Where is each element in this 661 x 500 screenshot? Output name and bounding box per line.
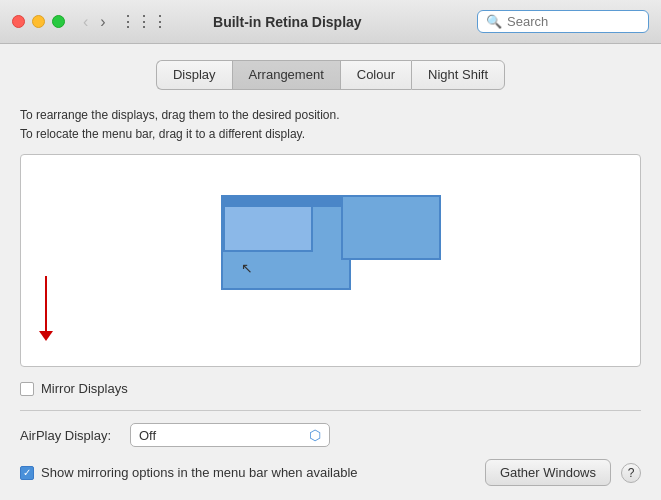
- description: To rearrange the displays, drag them to …: [20, 106, 641, 144]
- back-button[interactable]: ‹: [79, 12, 92, 32]
- tabs: Display Arrangement Colour Night Shift: [20, 60, 641, 90]
- tab-arrangement[interactable]: Arrangement: [232, 60, 340, 90]
- tab-display[interactable]: Display: [156, 60, 232, 90]
- display-secondary[interactable]: [341, 195, 441, 260]
- tab-night-shift[interactable]: Night Shift: [411, 60, 505, 90]
- mirror-row: Mirror Displays: [20, 381, 641, 396]
- cursor-icon: ↖: [241, 260, 253, 276]
- display-container[interactable]: ↖: [221, 195, 441, 325]
- search-box[interactable]: 🔍: [477, 10, 649, 33]
- arrangement-area: ↖: [20, 154, 641, 367]
- airplay-select[interactable]: Off ⬡: [130, 423, 330, 447]
- chevron-down-icon: ⬡: [309, 427, 321, 443]
- mirror-displays-checkbox[interactable]: [20, 382, 34, 396]
- search-input[interactable]: [507, 14, 640, 29]
- divider: [20, 410, 641, 411]
- bottom-bar: ✓ Show mirroring options in the menu bar…: [20, 459, 641, 486]
- arrow-annotation: [39, 276, 53, 341]
- traffic-lights: [12, 15, 65, 28]
- help-button[interactable]: ?: [621, 463, 641, 483]
- airplay-value: Off: [139, 428, 156, 443]
- titlebar: ‹ › ⋮⋮⋮ Built-in Retina Display 🔍: [0, 0, 661, 44]
- show-mirroring-label: Show mirroring options in the menu bar w…: [41, 465, 358, 480]
- minimize-button[interactable]: [32, 15, 45, 28]
- gather-windows-button[interactable]: Gather Windows: [485, 459, 611, 486]
- bottom-right-buttons: Gather Windows ?: [485, 459, 641, 486]
- tab-colour[interactable]: Colour: [340, 60, 411, 90]
- display-main[interactable]: ↖: [221, 195, 351, 290]
- main-content: Display Arrangement Colour Night Shift T…: [0, 44, 661, 500]
- arrow-line: [45, 276, 47, 331]
- description-line1: To rearrange the displays, drag them to …: [20, 106, 641, 125]
- display-menu-bar: [223, 197, 349, 207]
- mirror-displays-label: Mirror Displays: [41, 381, 128, 396]
- show-mirroring-checkbox[interactable]: ✓: [20, 466, 34, 480]
- airplay-label: AirPlay Display:: [20, 428, 120, 443]
- maximize-button[interactable]: [52, 15, 65, 28]
- show-mirroring-row: ✓ Show mirroring options in the menu bar…: [20, 465, 358, 480]
- close-button[interactable]: [12, 15, 25, 28]
- airplay-row: AirPlay Display: Off ⬡: [20, 423, 641, 447]
- description-line2: To relocate the menu bar, drag it to a d…: [20, 125, 641, 144]
- search-icon: 🔍: [486, 14, 502, 29]
- window-title: Built-in Retina Display: [98, 14, 477, 30]
- arrow-head: [39, 331, 53, 341]
